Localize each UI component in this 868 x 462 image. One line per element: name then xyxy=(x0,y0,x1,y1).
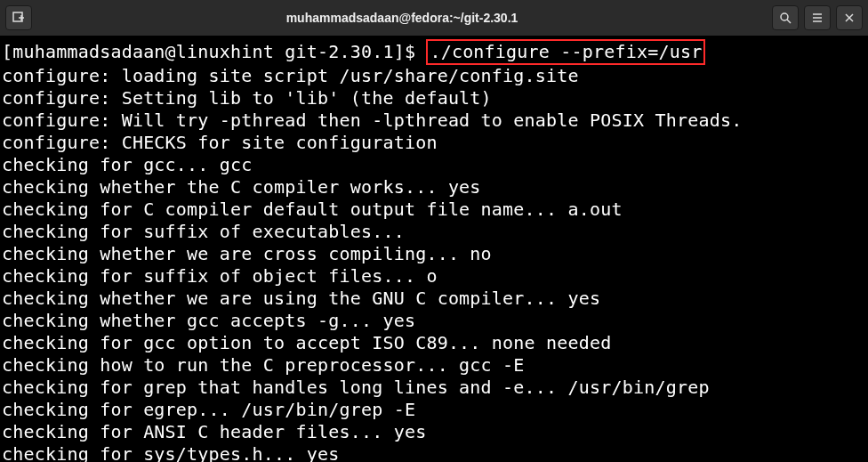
output-line: checking whether gcc accepts -g... yes xyxy=(2,310,415,331)
output-line: checking for sys/types.h... yes xyxy=(2,443,339,462)
output-line: checking whether the C compiler works...… xyxy=(2,176,481,198)
output-line: checking how to run the C preprocessor..… xyxy=(2,354,525,376)
shell-prompt: [muhammadsadaan@linuxhint git-2.30.1]$ xyxy=(2,41,426,62)
output-line: checking for gcc... gcc xyxy=(2,154,253,175)
output-line: checking for ANSI C header files... yes xyxy=(2,421,426,442)
window-title: muhammadsadaan@fedora:~/git-2.30.1 xyxy=(37,11,767,25)
output-line: configure: loading site script /usr/shar… xyxy=(2,65,579,86)
titlebar: muhammadsadaan@fedora:~/git-2.30.1 xyxy=(0,0,868,36)
search-button[interactable] xyxy=(772,5,799,30)
output-line: checking for gcc option to accept ISO C8… xyxy=(2,332,612,353)
svg-line-4 xyxy=(787,20,791,23)
terminal-content[interactable]: [muhammadsadaan@linuxhint git-2.30.1]$ .… xyxy=(0,36,868,462)
output-line: checking for suffix of executables... xyxy=(2,221,405,242)
new-tab-button[interactable] xyxy=(5,5,32,30)
close-button[interactable] xyxy=(836,5,863,30)
output-line: configure: CHECKS for site configuration xyxy=(2,132,438,153)
output-line: checking for egrep... /usr/bin/grep -E xyxy=(2,399,415,420)
highlighted-command: ./configure --prefix=/usr xyxy=(426,39,705,65)
output-line: checking for grep that handles long line… xyxy=(2,377,710,398)
output-line: configure: Setting lib to 'lib' (the def… xyxy=(2,87,492,109)
menu-button[interactable] xyxy=(804,5,831,30)
output-line: checking for suffix of object files... o xyxy=(2,265,438,287)
output-line: checking whether we are cross compiling.… xyxy=(2,243,492,264)
output-line: configure: Will try -pthread then -lpthr… xyxy=(2,109,742,131)
output-line: checking for C compiler default output f… xyxy=(2,199,623,220)
svg-point-3 xyxy=(781,13,788,20)
output-line: checking whether we are using the GNU C … xyxy=(2,288,600,309)
